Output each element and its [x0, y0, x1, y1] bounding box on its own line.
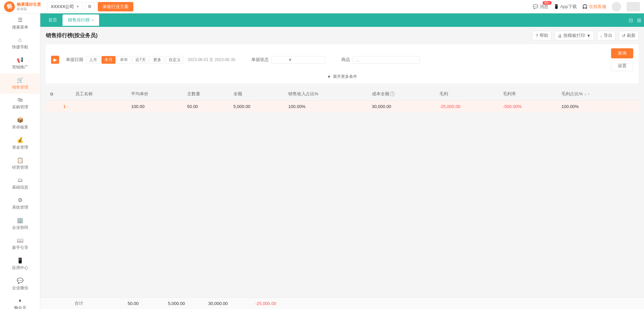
sidebar-label-marketing: 营销推广 — [12, 64, 28, 70]
app-download-button[interactable]: 📱 App下载 — [554, 4, 577, 10]
tab-expand-icon[interactable]: ⊞ — [637, 17, 641, 23]
top-right-actions: 💬 消息 99+ 📱 App下载 🎧 在线客服 — [533, 2, 640, 11]
date-range: 2023-06-01 至 2023-06-30 — [188, 57, 235, 63]
sidebar-item-sales[interactable]: 🛒销售管理 — [0, 73, 40, 94]
company-selector[interactable]: XXXXX公司 ▼ — [47, 2, 83, 11]
settings-icon[interactable]: ⚙ — [85, 2, 94, 11]
sidebar-icon-purchase: 🛍 — [17, 97, 23, 103]
message-button[interactable]: 💬 消息 99+ — [533, 4, 548, 10]
table-settings-button[interactable]: 设置 — [611, 60, 633, 71]
row-amount: 5,000.00 — [229, 101, 284, 113]
sidebar-label-purchase: 采购管理 — [12, 104, 28, 110]
sidebar-label-member: 畅会员 — [14, 305, 26, 309]
help-button[interactable]: ? 帮助 — [532, 31, 551, 40]
page-content: 销售排行榜(按业务员) ? 帮助 🖨 按模板打印 ▼ ↓ — [40, 27, 644, 297]
date-btn-更多[interactable]: 更多 — [150, 56, 164, 64]
date-btn-本月[interactable]: 本月 — [101, 56, 116, 64]
tab-bar: 首页 销售排行榜 × ⊟ ⊞ — [40, 13, 644, 27]
query-button[interactable]: 查询 — [611, 48, 633, 58]
filter-row: ▶ 单据日期 上月本月本年近7天更多自定义 2023-06-01 至 2023-… — [51, 48, 633, 71]
sidebar-icon-app-center: 📱 — [17, 257, 24, 264]
mobile-icon: 📱 — [554, 4, 559, 9]
gross-pct-sort-icon[interactable]: ▲▼ — [584, 92, 591, 96]
status-select[interactable]: ▼ — [271, 56, 325, 64]
tab-close-icon[interactable]: × — [92, 18, 94, 22]
company-name: XXXXX公司 — [51, 4, 74, 10]
refresh-icon: ↺ — [622, 33, 626, 38]
export-label: 导出 — [604, 33, 612, 39]
print-template-button[interactable]: 🖨 按模板打印 ▼ — [555, 31, 594, 40]
date-btn-本年[interactable]: 本年 — [117, 56, 131, 64]
sidebar-item-search-order[interactable]: ☰搜索菜单 — [0, 13, 40, 34]
row-gross-pct: 100.00% — [557, 101, 639, 113]
tab-label: 销售排行榜 — [68, 17, 90, 23]
sidebar-label-operations: 经营管理 — [12, 165, 28, 170]
col-avg-price: 平均单价 — [127, 88, 183, 101]
page-title: 销售排行榜(按业务员) — [46, 32, 98, 39]
tab-sales-ranking[interactable]: 销售排行榜 × — [62, 14, 99, 26]
sidebar-item-purchase[interactable]: 🛍采购管理 — [0, 94, 40, 113]
sidebar-item-finance[interactable]: 💰资金管理 — [0, 134, 40, 154]
table-row: 1 100.00 50.00 5,000.00 100.00% 30,000.0… — [46, 101, 639, 113]
online-service-button[interactable]: 🎧 在线客服 — [582, 4, 606, 10]
sidebar-icon-enterprise: 🏢 — [17, 217, 24, 223]
sidebar-label-app-center: 应用中心 — [12, 265, 28, 271]
row-qty: 50.00 — [183, 101, 229, 113]
date-buttons: 上月本月本年近7天更多自定义 — [86, 56, 184, 64]
col-settings[interactable]: ⚙ — [46, 88, 58, 101]
footer-cost: 30,000.00 — [204, 301, 251, 306]
col-name: 员工名称 — [71, 88, 127, 101]
filter-expand-arrow[interactable]: ▶ — [51, 56, 59, 64]
col-gross-pct: 毛利占比%▲▼ — [557, 88, 639, 101]
trial-button[interactable]: 体验行业方案 — [98, 2, 133, 11]
status-chevron-icon: ▼ — [288, 57, 292, 62]
sidebar-item-member[interactable]: ♦畅会员 — [0, 294, 40, 309]
refresh-label: 刷新 — [627, 33, 636, 39]
sidebar-item-quick-nav[interactable]: ⌂快捷导航 — [0, 34, 40, 53]
export-button[interactable]: ↓ 导出 — [597, 31, 616, 40]
col-qty: 主数量 — [183, 88, 229, 101]
sidebar-label-finance: 资金管理 — [12, 145, 28, 150]
footer-gross: -25,000.00 — [251, 301, 280, 306]
expand-more-button[interactable]: ▼ 展开更多条件 — [51, 74, 633, 80]
sidebar-item-basic-info[interactable]: 🗂基础信息 — [0, 174, 40, 194]
row-avg-price: 100.00 — [127, 101, 183, 113]
header-actions: ? 帮助 🖨 按模板打印 ▼ ↓ 导出 ↺ — [532, 31, 639, 40]
sidebar-item-app-center[interactable]: 📱应用中心 — [0, 254, 40, 274]
sidebar-item-wechat[interactable]: 💬企业微信 — [0, 274, 40, 294]
sidebar-item-operations[interactable]: 📋经营管理 — [0, 154, 40, 174]
sidebar-item-enterprise[interactable]: 🏢企业协同 — [0, 214, 40, 234]
page-header: 销售排行榜(按业务员) ? 帮助 🖨 按模板打印 ▼ ↓ — [46, 31, 639, 40]
sidebar-icon-guide: 📖 — [17, 237, 24, 244]
table-footer: 合计 50.00 5,000.00 30,000.00 -25,000.00 — [40, 297, 644, 309]
col-sales-pct: 销售收入占比% — [284, 88, 368, 101]
date-btn-近7天[interactable]: 近7天 — [132, 56, 149, 64]
sidebar-icon-marketing: 📢 — [17, 57, 24, 63]
export-icon: ↓ — [600, 33, 603, 38]
col-cost: 成本全额? — [368, 88, 435, 101]
col-amount: 全额 — [229, 88, 284, 101]
sidebar-icon-finance: 💰 — [17, 137, 24, 143]
sidebar-label-inventory: 库存核算 — [12, 124, 28, 130]
tab-home[interactable]: 首页 — [43, 14, 62, 26]
sidebar-item-guide[interactable]: 📖新手引导 — [0, 234, 40, 254]
sidebar-label-guide: 新手引导 — [12, 245, 28, 251]
sidebar-item-marketing[interactable]: 📢营销推广 — [0, 53, 40, 73]
sidebar-label-system: 系统管理 — [12, 205, 28, 210]
date-btn-上月[interactable]: 上月 — [86, 56, 100, 64]
headset-icon: 🎧 — [582, 4, 588, 9]
footer-total-label: 合计 — [75, 300, 124, 306]
tab-minimize-icon[interactable]: ⊟ — [629, 17, 633, 23]
refresh-button[interactable]: ↺ 刷新 — [619, 31, 639, 40]
sidebar-icon-sales: 🛒 — [17, 77, 24, 83]
sidebar-item-system[interactable]: ⚙系统管理 — [0, 194, 40, 214]
sidebar-item-inventory[interactable]: 📦库存核算 — [0, 113, 40, 134]
chevron-down-icon: ▼ — [76, 5, 79, 8]
row-gross: -25,000.00 — [435, 101, 499, 113]
user-avatar[interactable] — [612, 2, 621, 11]
goods-input[interactable]: ... — [353, 56, 420, 64]
cost-info-icon[interactable]: ? — [390, 92, 395, 96]
sidebar-label-sales: 销售管理 — [12, 85, 28, 90]
date-btn-自定义[interactable]: 自定义 — [166, 56, 184, 64]
user-name[interactable] — [627, 2, 640, 11]
